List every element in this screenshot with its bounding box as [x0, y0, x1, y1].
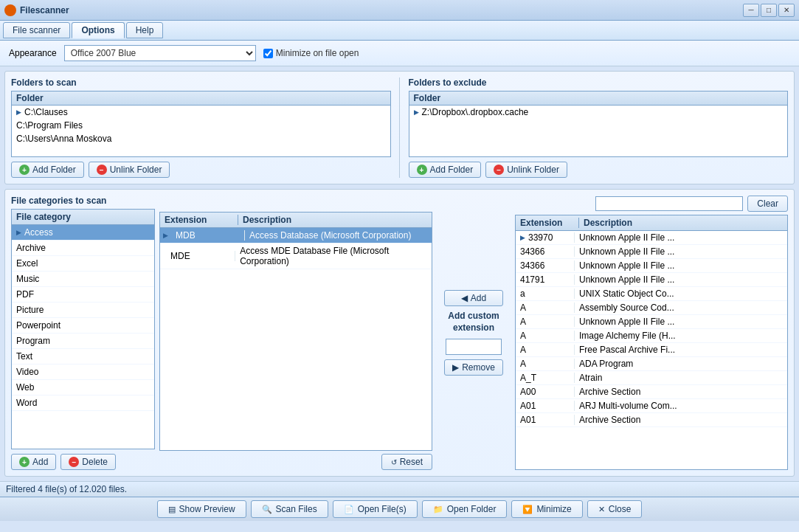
all-ext-row-A-1[interactable]: A Assembly Source Cod...: [516, 301, 787, 315]
window-title: Filescanner: [20, 5, 69, 15]
tab-help[interactable]: Help: [126, 22, 164, 38]
file-categories-list: File category ▶ Access Archive Excel Mus…: [11, 209, 155, 449]
status-text: Filtered 4 file(s) of 12.020 files.: [6, 484, 127, 494]
svg-point-0: [7, 7, 13, 13]
folders-to-scan-list: Folder ▶ C:\Clauses C:\Program Files C:\…: [11, 91, 391, 157]
all-ext-row-A00[interactable]: A00 Archive Section: [516, 385, 787, 399]
chevron-right-icon: ▶: [160, 232, 171, 239]
unlink-scan-folder-btn[interactable]: − Unlink Folder: [89, 162, 170, 178]
all-ext-row-AT[interactable]: A_T Atrain: [516, 371, 787, 385]
cat-item-access[interactable]: ▶ Access: [12, 225, 154, 241]
close-btn[interactable]: ✕ Close: [587, 500, 643, 518]
all-ext-row-A-3[interactable]: A Image Alchemy File (H...: [516, 329, 787, 343]
all-ext-row-34366a[interactable]: 34366 Unknown Apple II File ...: [516, 245, 787, 259]
v-divider: [397, 77, 403, 178]
window-controls: ─ □ ✕: [743, 4, 795, 17]
title-bar: Filescanner ─ □ ✕: [0, 0, 799, 21]
open-folder-icon: 📁: [433, 505, 443, 514]
reset-icon: ↺: [391, 458, 397, 466]
appearance-select[interactable]: Office 2007 Blue: [64, 45, 256, 61]
minimize-window-btn[interactable]: ─: [743, 4, 759, 17]
all-ext-row-A-5[interactable]: A ADA Program: [516, 357, 787, 371]
file-categories-header: File category: [12, 210, 154, 225]
minimize-icon: 🔽: [522, 505, 533, 514]
category-buttons: + Add − Delete: [11, 454, 155, 470]
cat-item-program[interactable]: Program: [12, 334, 154, 349]
cat-item-archive[interactable]: Archive: [12, 241, 154, 256]
reset-btn[interactable]: ↺ Reset: [381, 454, 432, 470]
all-ext-row-A-4[interactable]: A Free Pascal Archive Fi...: [516, 343, 787, 357]
folders-to-exclude-buttons: + Add Folder − Unlink Folder: [409, 162, 789, 178]
custom-extension-controls: ◀ Add Add custom extension ▶ Remove: [437, 196, 511, 470]
app-icon: [4, 4, 16, 16]
close-window-btn[interactable]: ✕: [778, 4, 795, 17]
folder-scan-item-2[interactable]: C:\Program Files: [12, 119, 390, 132]
all-extensions-top: Clear: [515, 196, 788, 212]
folder-scan-item-1[interactable]: ▶ C:\Clauses: [12, 106, 390, 119]
extensions-header: Extension Description: [160, 213, 432, 228]
search-extensions-input[interactable]: [595, 196, 743, 211]
add-extension-btn[interactable]: ◀ Add: [444, 290, 503, 306]
folders-to-exclude-panel: Folders to exclude Folder ▶ Z:\Dropbox\.…: [409, 77, 789, 178]
status-bar: Filtered 4 file(s) of 12.020 files.: [0, 481, 799, 497]
chevron-right-icon: ▶: [520, 234, 525, 241]
cat-item-pdf[interactable]: PDF: [12, 287, 154, 303]
all-ext-row-a-lower[interactable]: a UNIX Static Object Co...: [516, 287, 787, 301]
all-ext-row-A-2[interactable]: A Unknown Apple II File ...: [516, 315, 787, 329]
custom-extension-input[interactable]: [446, 339, 502, 355]
cat-item-video[interactable]: Video: [12, 365, 154, 380]
all-ext-row-33970[interactable]: ▶ 33970 Unknown Apple II File ...: [516, 231, 787, 245]
action-bar: ▤ Show Preview 🔍 Scan Files 📄 Open File(…: [0, 497, 799, 521]
all-ext-row-A01b[interactable]: A01 Archive Section: [516, 413, 787, 427]
tab-options[interactable]: Options: [72, 22, 124, 38]
all-extensions-list: Extension Description ▶ 33970 Unknown Ap…: [515, 215, 788, 470]
cat-item-picture[interactable]: Picture: [12, 303, 154, 318]
all-ext-row-34366b[interactable]: 34366 Unknown Apple II File ...: [516, 259, 787, 273]
main-content: Folders to scan Folder ▶ C:\Clauses C:\P…: [0, 66, 799, 481]
add-icon: +: [417, 165, 427, 175]
scan-icon: 🔍: [262, 505, 272, 514]
file-categories-panel: File categories to scan File category ▶ …: [11, 196, 155, 470]
chevron-right-icon: ▶: [16, 108, 21, 116]
folders-to-scan-title: Folders to scan: [11, 77, 391, 88]
delete-category-btn[interactable]: − Delete: [60, 454, 116, 470]
folder-exclude-item-1[interactable]: ▶ Z:\Dropbox\.dropbox.cache: [409, 106, 788, 119]
cat-item-music[interactable]: Music: [12, 272, 154, 287]
minimize-checkbox[interactable]: [263, 49, 273, 58]
open-files-icon: 📄: [344, 505, 354, 514]
all-extensions-header: Extension Description: [516, 215, 787, 231]
cat-item-word[interactable]: Word: [12, 395, 154, 411]
minimize-btn[interactable]: 🔽 Minimize: [511, 500, 582, 518]
preview-icon: ▤: [168, 505, 176, 514]
show-preview-btn[interactable]: ▤ Show Preview: [157, 500, 246, 518]
chevron-right-icon: ▶: [16, 229, 21, 236]
all-ext-row-41791[interactable]: 41791 Unknown Apple II File ...: [516, 273, 787, 287]
ext-item-mde[interactable]: MDE Access MDE Database File (Microsoft …: [160, 243, 432, 269]
all-ext-row-A01a[interactable]: A01 ARJ Multi-volume Com...: [516, 399, 787, 413]
open-files-btn[interactable]: 📄 Open File(s): [333, 500, 418, 518]
remove-extension-btn[interactable]: ▶ Remove: [444, 359, 503, 376]
menu-bar: File scanner Options Help: [0, 21, 799, 41]
open-folder-btn[interactable]: 📁 Open Folder: [422, 500, 508, 518]
folders-to-exclude-title: Folders to exclude: [409, 77, 789, 88]
add-custom-label: Add custom extension: [441, 311, 506, 334]
folders-to-scan-header: Folder: [12, 91, 390, 106]
categories-section: File categories to scan File category ▶ …: [4, 189, 795, 477]
add-scan-folder-btn[interactable]: + Add Folder: [11, 162, 84, 178]
folder-scan-item-3[interactable]: C:\Users\Anna Moskova: [12, 132, 390, 145]
unlink-exclude-folder-btn[interactable]: − Unlink Folder: [485, 162, 567, 178]
cat-item-excel[interactable]: Excel: [12, 256, 154, 272]
minimize-checkbox-label[interactable]: Minimize on file open: [263, 48, 359, 58]
maximize-window-btn[interactable]: □: [761, 4, 777, 17]
arrow-right-icon: ▶: [452, 362, 459, 373]
add-category-btn[interactable]: + Add: [11, 454, 56, 470]
file-categories-title: File categories to scan: [11, 196, 155, 206]
ext-item-mdb[interactable]: ▶ MDB Access Database (Microsoft Corpora…: [160, 228, 432, 243]
cat-item-powerpoint[interactable]: Powerpoint: [12, 318, 154, 334]
add-exclude-folder-btn[interactable]: + Add Folder: [409, 162, 482, 178]
cat-item-text[interactable]: Text: [12, 349, 154, 365]
clear-search-btn[interactable]: Clear: [747, 196, 788, 212]
cat-item-web[interactable]: Web: [12, 380, 154, 395]
tab-file-scanner[interactable]: File scanner: [3, 22, 70, 38]
scan-files-btn[interactable]: 🔍 Scan Files: [251, 500, 328, 518]
